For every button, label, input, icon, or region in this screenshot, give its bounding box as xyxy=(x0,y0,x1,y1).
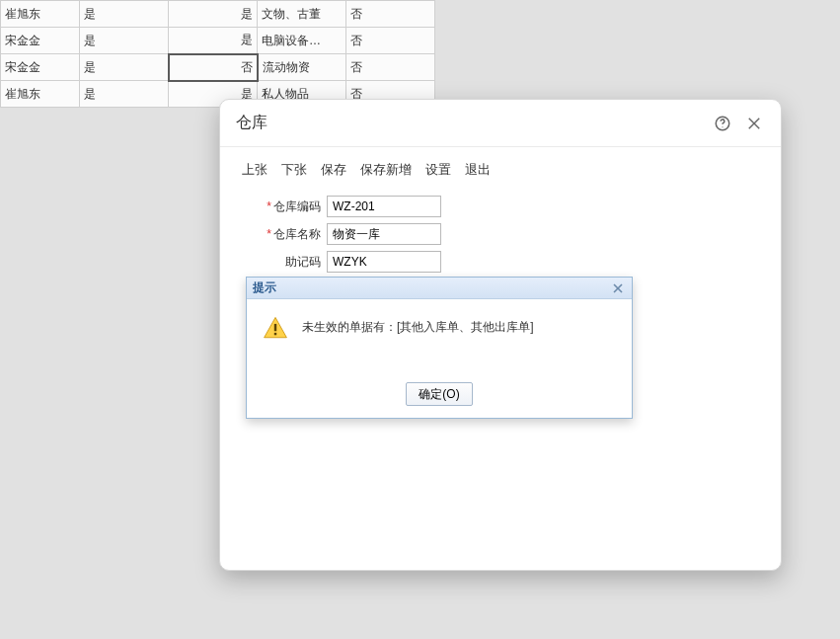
alert-title: 提示 xyxy=(253,280,610,296)
cell[interactable]: 否 xyxy=(346,1,435,28)
svg-rect-8 xyxy=(274,333,276,335)
form-row-code: *仓库编码 xyxy=(242,193,759,220)
table-row[interactable]: 宋金金 是 否 流动物资 否 xyxy=(1,54,435,81)
mnemonic-input[interactable] xyxy=(327,251,441,273)
cell[interactable]: 是 xyxy=(169,28,258,54)
modal-header: 仓库 xyxy=(220,100,781,147)
cell[interactable]: 电脑设备… xyxy=(258,28,346,54)
cell[interactable]: 宋金金 xyxy=(1,54,80,81)
name-label: *仓库名称 xyxy=(242,226,327,243)
toolbar-exit[interactable]: 退出 xyxy=(465,161,491,179)
cell[interactable]: 是 xyxy=(80,1,169,28)
warning-icon xyxy=(263,315,288,341)
alert-body: 未生效的单据有：[其他入库单、其他出库单] xyxy=(247,299,632,382)
cell[interactable]: 是 xyxy=(80,81,169,108)
svg-point-1 xyxy=(722,126,723,127)
help-icon[interactable] xyxy=(712,113,733,134)
alert-close-icon[interactable] xyxy=(610,280,626,296)
cell[interactable]: 崔旭东 xyxy=(1,81,80,108)
toolbar-save[interactable]: 保存 xyxy=(321,161,346,179)
alert-dialog: 提示 未生效的单据有：[其他入库单、其他出库单] 确定(O) xyxy=(246,277,633,419)
code-label: *仓库编码 xyxy=(242,199,327,215)
form-row-name: *仓库名称 xyxy=(242,220,759,248)
cell[interactable]: 是 xyxy=(169,1,258,28)
alert-message: 未生效的单据有：[其他入库单、其他出库单] xyxy=(302,315,534,336)
background-table: 崔旭东 是 是 文物、古董 否 宋金金 是 是 电脑设备… 否 宋金金 是 否 … xyxy=(0,0,435,108)
cell[interactable]: 文物、古董 xyxy=(258,1,346,28)
toolbar-prev[interactable]: 上张 xyxy=(242,161,267,179)
cell[interactable]: 流动物资 xyxy=(258,54,346,81)
close-icon[interactable] xyxy=(743,113,765,134)
modal-title: 仓库 xyxy=(236,113,702,133)
form: *仓库编码 *仓库名称 助记码 xyxy=(220,189,781,280)
toolbar-next[interactable]: 下张 xyxy=(281,161,307,179)
alert-footer: 确定(O) xyxy=(247,382,632,416)
cell[interactable]: 是 xyxy=(80,54,169,81)
ok-button[interactable]: 确定(O) xyxy=(406,382,473,406)
modal-toolbar: 上张 下张 保存 保存新增 设置 退出 xyxy=(220,147,781,189)
toolbar-settings[interactable]: 设置 xyxy=(425,161,451,179)
table-row[interactable]: 宋金金 是 是 电脑设备… 否 xyxy=(1,28,435,54)
form-row-mnemonic: 助记码 xyxy=(242,248,759,276)
cell[interactable]: 否 xyxy=(346,28,435,54)
toolbar-save-new[interactable]: 保存新增 xyxy=(360,161,412,179)
cell[interactable]: 否 xyxy=(346,54,435,81)
table-row[interactable]: 崔旭东 是 是 文物、古董 否 xyxy=(1,1,435,28)
cell[interactable]: 崔旭东 xyxy=(1,1,80,28)
svg-rect-7 xyxy=(274,324,276,331)
alert-header: 提示 xyxy=(247,278,632,299)
cell-selected[interactable]: 否 xyxy=(169,54,258,81)
cell[interactable]: 宋金金 xyxy=(1,28,80,54)
mnemonic-label: 助记码 xyxy=(242,254,327,271)
name-input[interactable] xyxy=(327,223,441,245)
cell[interactable]: 是 xyxy=(80,28,169,54)
code-input[interactable] xyxy=(327,196,441,217)
